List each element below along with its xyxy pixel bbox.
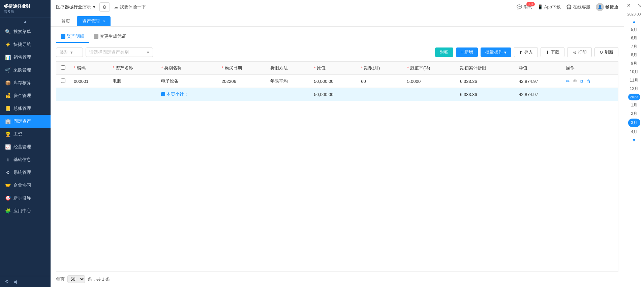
subtotal-empty-name	[109, 88, 157, 101]
month-4[interactable]: 4月	[624, 128, 644, 136]
new-button[interactable]: + 新增	[456, 47, 478, 57]
sidebar-item-purchase[interactable]: 🛒 采购管理	[0, 64, 51, 76]
message-badge[interactable]: 💬 消息 99+	[517, 4, 532, 10]
user-menu[interactable]: 👤 畅捷通	[596, 3, 618, 11]
month-6[interactable]: 6月	[624, 34, 644, 42]
right-panel-close-icon[interactable]: ✕	[627, 3, 631, 9]
print-button[interactable]: 🖨 打印	[567, 47, 592, 57]
col-original-value: 原值	[310, 62, 357, 75]
service-icon: 🎧	[566, 4, 572, 9]
month-9[interactable]: 9月	[624, 59, 644, 68]
total-count: 条，共 1 条	[88, 276, 110, 282]
edit-icon[interactable]: ✏	[566, 78, 570, 84]
tab-home[interactable]: 首页	[56, 16, 75, 26]
month-scroll-down[interactable]: ▼	[632, 136, 637, 144]
sidebar-item-guide[interactable]: 🎯 新手引导	[0, 192, 51, 204]
month-10[interactable]: 10月	[624, 68, 644, 76]
col-period: 期限(月)	[357, 62, 403, 75]
guide-icon: 🎯	[5, 195, 11, 201]
month-12[interactable]: 12月	[624, 85, 644, 93]
month-3-current[interactable]: 3月	[628, 119, 640, 127]
avatar: 👤	[596, 3, 604, 11]
sidebar-item-basic-info[interactable]: ℹ 基础信息	[0, 153, 51, 166]
select-all-checkbox[interactable]	[61, 65, 65, 70]
month-7[interactable]: 7月	[624, 42, 644, 51]
month-2[interactable]: 2月	[624, 109, 644, 118]
toolbar-left: 类别 ▾ 请选择固定资产类别 ▾	[56, 47, 432, 57]
sidebar-item-funds[interactable]: 💰 资金管理	[0, 89, 51, 102]
sidebar-item-payroll[interactable]: 👷 工资	[0, 128, 51, 140]
subtotal-icon	[161, 92, 165, 96]
sidebar-item-fixed-assets[interactable]: 🏢 固定资产	[0, 115, 51, 128]
message-count: 99+	[526, 2, 535, 6]
right-panel-expand-icon[interactable]: ⤡	[637, 3, 641, 8]
sub-tabs: 资产明细 变更生成凭证	[56, 31, 618, 43]
tab-close-icon[interactable]: ×	[103, 19, 105, 23]
app-title: 畅捷通好业财	[4, 3, 47, 9]
subtotal-net-value: 42,874.97	[515, 88, 562, 101]
download-button[interactable]: ⬇ 下载	[541, 47, 564, 57]
search-icon: 🔍	[5, 29, 11, 34]
reconcile-button[interactable]: 对账	[435, 47, 453, 57]
month-1[interactable]: 1月	[624, 101, 644, 109]
col-depreciation-method: 折旧方法	[266, 62, 310, 75]
sidebar-collapse-icon[interactable]: ◀	[13, 279, 17, 284]
asset-detail-icon	[61, 34, 65, 39]
sidebar: 畅捷通好业财 普及版 ▲ 🔍 搜索菜单 ⚡ 快捷导航 📊 销售管理 🛒 采购管理…	[0, 0, 51, 287]
subtotal-accumulated: 6,333.36	[456, 88, 515, 101]
settings-button[interactable]: ⚙	[99, 2, 110, 12]
row-checkbox-cell	[56, 75, 70, 88]
company-selector[interactable]: 医疗器械行业演示 ▾	[56, 4, 95, 10]
sidebar-item-enterprise[interactable]: 🤝 企业协同	[0, 179, 51, 192]
col-name: 资产名称	[109, 62, 157, 75]
month-11[interactable]: 11月	[624, 76, 644, 85]
cell-net-value: 42,874.97	[515, 75, 562, 88]
subtotal-empty-rate	[403, 88, 456, 101]
message-icon: 💬	[517, 4, 522, 9]
import-button[interactable]: ⬆ 导入	[514, 47, 538, 57]
sidebar-item-search[interactable]: 🔍 搜索菜单	[0, 25, 51, 38]
cell-original-value: 50,000.00	[310, 75, 357, 88]
settings-bottom-icon[interactable]: ⚙	[5, 279, 9, 284]
refresh-button[interactable]: ↻ 刷新	[594, 47, 618, 57]
inventory-icon: 📦	[5, 80, 11, 86]
sidebar-item-ledger[interactable]: 📒 总账管理	[0, 102, 51, 115]
month-5[interactable]: 5月	[624, 26, 644, 34]
col-accumulated-depreciation: 期初累计折旧	[456, 62, 515, 75]
sidebar-item-sales[interactable]: 📊 销售管理	[0, 51, 51, 64]
tab-asset-management[interactable]: 资产管理 ×	[77, 16, 111, 26]
refresh-icon: ↻	[600, 50, 603, 55]
cell-code: 000001	[70, 75, 109, 88]
row-checkbox[interactable]	[61, 78, 65, 83]
category-filter-label[interactable]: 类别 ▾	[56, 47, 83, 57]
per-page-select[interactable]: 50 100 200	[67, 275, 85, 283]
subtab-asset-detail[interactable]: 资产明细	[56, 31, 89, 43]
sidebar-item-inventory[interactable]: 📦 库存核算	[0, 76, 51, 89]
col-category: 类别名称	[157, 62, 217, 75]
batch-button[interactable]: 批量操作 ▾	[481, 47, 511, 57]
sidebar-item-business[interactable]: 📈 经营管理	[0, 140, 51, 153]
import-icon: ⬆	[519, 50, 523, 55]
month-8[interactable]: 8月	[624, 51, 644, 59]
copy-icon[interactable]: ⧉	[580, 78, 583, 84]
month-scroll-up[interactable]: ▲	[632, 18, 637, 26]
mobile-icon: 📱	[538, 4, 543, 9]
table-select-all-header	[56, 62, 70, 75]
sidebar-scroll-up[interactable]: ▲	[0, 18, 51, 25]
subtotal-original-value: 50,000.00	[310, 88, 357, 101]
sidebar-item-quick-nav[interactable]: ⚡ 快捷导航	[0, 38, 51, 51]
category-selector[interactable]: 请选择固定资产类别 ▾	[86, 47, 153, 57]
sidebar-item-apps[interactable]: 🧩 应用中心	[0, 204, 51, 217]
view-icon[interactable]: 👁	[573, 78, 577, 84]
topbar-right: 💬 消息 99+ 📱 App下载 🎧 在线客服 👤 畅捷通	[517, 3, 618, 11]
feedback-button[interactable]: ☁ 我要体验一下	[114, 4, 146, 10]
online-service-link[interactable]: 🎧 在线客服	[566, 4, 590, 10]
sidebar-item-system[interactable]: ⚙ 系统管理	[0, 166, 51, 179]
cell-actions: ✏ 👁 ⧉ 🗑	[562, 75, 618, 88]
app-download-link[interactable]: 📱 App下载	[538, 4, 561, 10]
delete-icon[interactable]: 🗑	[586, 78, 591, 84]
system-icon: ⚙	[5, 170, 11, 175]
subtab-voucher[interactable]: 变更生成凭证	[89, 31, 131, 43]
cell-purchase-date: 202206	[218, 75, 266, 88]
subtotal-empty-method	[266, 88, 310, 101]
